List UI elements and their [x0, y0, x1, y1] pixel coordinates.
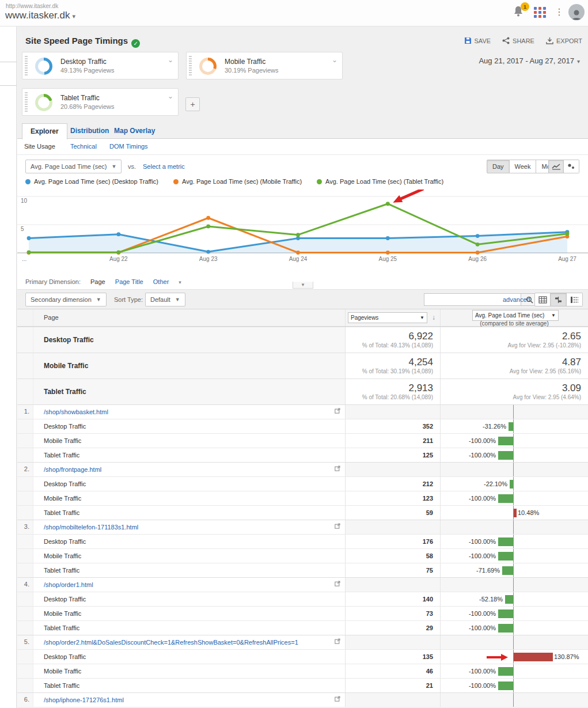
metric-column-select[interactable]: Avg. Page Load Time (sec)▼ — [472, 310, 559, 321]
dimension-page[interactable]: Page — [90, 278, 105, 285]
metric-cell — [441, 405, 588, 419]
more-menu-icon[interactable]: ⋮ — [555, 9, 560, 15]
tab-map-overlay[interactable]: Map Overlay — [108, 123, 161, 139]
summary-label: Tablet Traffic — [44, 388, 86, 396]
chevron-down-icon[interactable]: ⌄ — [168, 56, 173, 64]
table-view-group — [534, 293, 583, 306]
advanced-search-link[interactable]: advanced — [503, 296, 530, 303]
external-link-icon[interactable] — [335, 465, 340, 472]
donut-chart — [199, 58, 217, 75]
sort-type-dropdown[interactable]: Default▼ — [145, 293, 185, 306]
segment-label: Desktop Traffic — [44, 423, 86, 430]
comparison-value: -100.00% — [469, 668, 496, 675]
save-button[interactable]: SAVE — [464, 37, 491, 44]
comparison-cell: -31.26% — [441, 419, 588, 433]
subtab-site-usage[interactable]: Site Usage — [24, 143, 55, 150]
dimension-other[interactable]: Other ▾ — [153, 278, 189, 285]
svg-text:Aug 26: Aug 26 — [468, 256, 487, 262]
drag-handle[interactable] — [25, 56, 28, 75]
page-link[interactable]: /shop/iphone-171276s1.html — [44, 696, 124, 703]
pageviews-cell: 73 — [346, 607, 441, 620]
comparison-value: -52.18% — [479, 596, 503, 603]
metric-select-dropdown[interactable]: Avg. Page Load Time (sec)▼ — [25, 160, 122, 173]
comparison-cell: -52.18% — [441, 592, 588, 606]
segment-cell: Tablet Traffic — [33, 679, 346, 692]
external-link-icon[interactable] — [335, 696, 340, 703]
chevron-down-icon: ▼ — [420, 315, 424, 320]
table-row-segment: Mobile Traffic46-100.00% — [17, 664, 588, 678]
row-gutter — [17, 327, 33, 353]
vs-label: vs. — [128, 163, 136, 170]
page-link[interactable]: /shop/mobiltelefon-171183s1.html — [44, 524, 138, 531]
legend-label: Avg. Page Load Time (sec) (Mobile Traffi… — [182, 178, 302, 185]
table-header-row: Page Pageviews▼ ↓ Avg. Page Load Time (s… — [17, 309, 588, 327]
secondary-dimension-dropdown[interactable]: Secondary dimension▼ — [25, 293, 107, 306]
chevron-down-icon: ▼ — [96, 297, 101, 302]
pageviews-cell — [346, 463, 441, 476]
data-view-button[interactable] — [534, 293, 551, 306]
tab-explorer[interactable]: Explorer — [22, 123, 67, 139]
comparison-bar — [498, 624, 513, 633]
add-segment-button[interactable]: + — [185, 97, 200, 111]
tab-distribution[interactable]: Distribution — [65, 123, 115, 139]
segment-cell: Desktop Traffic — [33, 650, 346, 664]
page-link[interactable]: /shop/order1.html — [44, 581, 93, 588]
external-link-icon[interactable] — [335, 408, 340, 415]
share-button[interactable]: SHARE — [502, 37, 534, 44]
comparison-view-icon — [554, 296, 563, 304]
segment-cell: Mobile Traffic — [33, 607, 346, 620]
granularity-day[interactable]: Day — [487, 160, 510, 173]
subtab-technical[interactable]: Technical — [70, 143, 97, 150]
pageviews-cell: 123 — [346, 491, 441, 505]
segment-card-desktop[interactable]: Desktop Traffic 49.13% Pageviews ⌄ — [22, 52, 179, 79]
segment-card-mobile[interactable]: Mobile Traffic 30.19% Pageviews ⌄ — [186, 52, 343, 79]
avatar[interactable] — [568, 4, 585, 20]
pageviews-value: 75 — [426, 567, 433, 574]
comparison-value: 10.48% — [518, 509, 539, 516]
comparison-cell: -100.00% — [441, 607, 588, 620]
external-link-icon[interactable] — [335, 638, 340, 645]
external-link-icon[interactable] — [335, 581, 340, 588]
pageviews-value: 135 — [423, 653, 433, 660]
pageviews-cell: 59 — [346, 506, 441, 520]
comparison-view-button[interactable] — [551, 293, 567, 306]
donut-chart — [35, 94, 52, 111]
comparison-value: -100.00% — [469, 682, 496, 689]
pivot-view-button[interactable] — [567, 293, 583, 306]
rail-divider — [0, 85, 17, 86]
drag-handle[interactable] — [189, 56, 192, 75]
segment-card-tablet[interactable]: Tablet Traffic 20.68% Pageviews ⌄ — [22, 88, 179, 116]
summary-pageviews-cell: 2,913% of Total: 20.68% (14,089) — [346, 379, 441, 404]
row-gutter — [17, 592, 33, 606]
segment-cell: Desktop Traffic — [33, 477, 346, 491]
page-link[interactable]: /shop/order2.html&DoSalesDiscountCheck=1… — [44, 639, 298, 646]
pageviews-column-select[interactable]: Pageviews▼ — [348, 312, 427, 323]
external-link-icon[interactable] — [335, 523, 340, 530]
left-nav-rail[interactable] — [0, 26, 17, 708]
chevron-down-icon[interactable]: ⌄ — [332, 56, 337, 64]
page-link[interactable]: /shop/showbasket.html — [44, 408, 108, 415]
account-switcher[interactable]: www.itasker.dk▾ — [5, 10, 75, 21]
timeseries-chart[interactable]: 510...Aug 22Aug 23Aug 24Aug 25Aug 26Aug … — [17, 190, 588, 266]
chevron-down-icon[interactable]: ⌄ — [168, 92, 173, 100]
notifications-button[interactable]: 1 — [512, 5, 526, 20]
motion-chart-button[interactable] — [564, 160, 579, 173]
comparison-value: 130.87% — [554, 653, 579, 660]
line-chart-button[interactable] — [548, 160, 564, 173]
apps-grid-icon[interactable] — [534, 7, 547, 18]
dimension-page-title[interactable]: Page Title — [115, 278, 143, 285]
comparison-bar — [498, 451, 513, 460]
granularity-week[interactable]: Week — [510, 160, 537, 173]
segment-cell: Mobile Traffic — [33, 664, 346, 678]
comparison-value: -31.26% — [483, 423, 506, 430]
pageviews-value: 73 — [426, 610, 433, 617]
row-gutter — [17, 535, 33, 548]
export-button[interactable]: EXPORT — [546, 37, 582, 44]
pageviews-note: % of Total: 49.13% (14,089) — [362, 342, 433, 349]
sort-direction-icon[interactable]: ↓ — [432, 313, 435, 321]
date-range-selector[interactable]: Aug 21, 2017 - Aug 27, 2017▾ — [479, 56, 580, 65]
page-link[interactable]: /shop/frontpage.html — [44, 466, 101, 473]
select-metric-link[interactable]: Select a metric — [143, 163, 185, 170]
drag-handle[interactable] — [25, 92, 28, 112]
subtab-dom-timings[interactable]: DOM Timings — [109, 143, 148, 150]
